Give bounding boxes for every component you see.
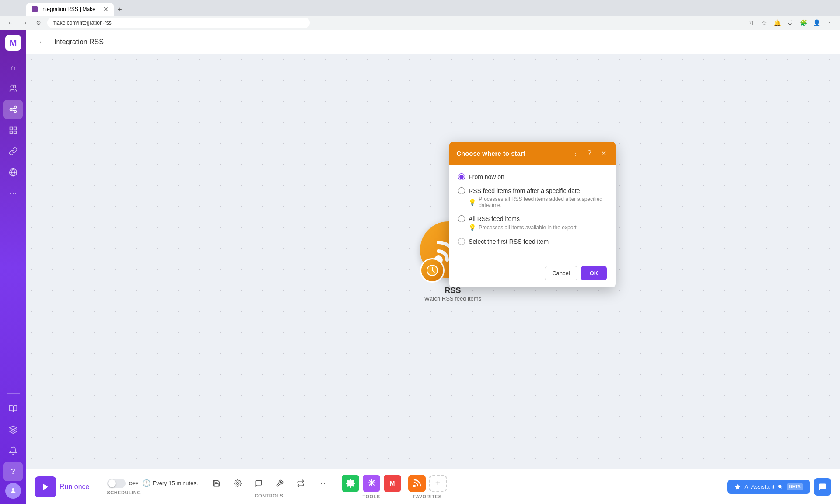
sidebar-item-help[interactable]: ? — [4, 462, 23, 481]
radio-all-items[interactable] — [458, 215, 465, 222]
top-bar: ← Integration RSS — [26, 30, 840, 54]
bookmark-icon[interactable]: ☆ — [759, 18, 769, 28]
sidebar-item-global[interactable] — [4, 163, 23, 182]
translate-icon[interactable]: ⊡ — [746, 18, 756, 28]
reload-button[interactable]: ↻ — [33, 18, 44, 28]
svg-line-5 — [12, 110, 14, 111]
tab-favicon — [32, 6, 38, 12]
sidebar-item-notifications[interactable] — [4, 441, 23, 460]
more-icon-btn[interactable]: ⋯ — [314, 476, 329, 491]
new-tab-button[interactable]: + — [114, 4, 126, 16]
svg-point-18 — [236, 482, 238, 484]
modal-title: Choose where to start — [456, 150, 525, 157]
tools-icons: ✳ M — [342, 475, 401, 492]
address-bar: ← → ↻ ⊡ ☆ 🔔 🛡 🧩 👤 ⋮ — [0, 16, 840, 30]
settings-icon-btn[interactable] — [230, 476, 245, 491]
canvas-area[interactable]: 1 RSS Watch RSS feed items Choose where … — [26, 54, 840, 469]
scheduling-toggle[interactable] — [107, 479, 126, 488]
tool-asterisk-btn[interactable]: ✳ — [363, 475, 380, 492]
browser-tab[interactable]: Integration RSS | Make ✕ — [26, 3, 114, 16]
modal-overlay: Choose where to start ⋮ ? ✕ From no — [26, 54, 840, 469]
modal-header-actions: ⋮ ? ✕ — [570, 148, 609, 158]
svg-point-12 — [12, 488, 14, 491]
hint-text-all-items: Processes all items available in the exp… — [479, 224, 578, 231]
cancel-button[interactable]: Cancel — [545, 266, 577, 280]
modal-footer: Cancel OK — [449, 261, 616, 287]
bottom-toolbar: Run once OFF 🕐 Every 15 minutes. SCHEDUL… — [26, 469, 840, 504]
tab-close-btn[interactable]: ✕ — [103, 6, 108, 13]
radio-row-all-items: All RSS feed items — [458, 215, 607, 222]
sidebar-item-connections[interactable] — [4, 142, 23, 161]
svg-marker-17 — [43, 483, 48, 490]
radio-hint-all-items: 💡 Processes all items available in the e… — [469, 224, 607, 231]
browser-chrome: Integration RSS | Make ✕ + ← → ↻ ⊡ ☆ 🔔 🛡… — [0, 0, 840, 30]
scheduling-time: Every 15 minutes. — [153, 480, 198, 486]
sidebar-bottom: ? — [4, 390, 23, 499]
back-nav-button[interactable]: ← — [5, 18, 16, 28]
extensions-icon[interactable]: 🧩 — [798, 18, 808, 28]
hint-bulb-icon-2: 💡 — [469, 224, 476, 231]
hint-text-specific-date: Processes all RSS feed items added after… — [479, 196, 607, 208]
add-favorite-btn[interactable]: + — [429, 475, 447, 492]
arrows-icon-btn[interactable] — [293, 476, 308, 491]
radio-specific-date[interactable] — [458, 187, 465, 194]
forward-nav-button[interactable]: → — [19, 18, 30, 28]
sidebar-item-docs[interactable] — [4, 399, 23, 418]
menu-icon[interactable]: ⋮ — [824, 18, 835, 28]
radio-first-item[interactable] — [458, 238, 465, 245]
radio-option-all-items: All RSS feed items 💡 Processes all items… — [458, 215, 607, 231]
save-icon-btn[interactable] — [209, 476, 224, 491]
modal-body: From now on RSS feed items from after a … — [449, 164, 616, 261]
sidebar-logo[interactable]: M — [5, 35, 21, 51]
sidebar-divider — [7, 393, 20, 394]
radio-label-first-item: Select the first RSS feed item — [469, 238, 549, 245]
favorites-section: + FAVORITES — [408, 475, 447, 499]
comment-icon-btn[interactable] — [251, 476, 266, 491]
tool-rss-btn[interactable] — [408, 475, 426, 492]
profile-icon[interactable]: 🔔 — [772, 18, 782, 28]
shield-icon[interactable]: 🛡 — [785, 18, 795, 28]
radio-hint-specific-date: 💡 Processes all RSS feed items added aft… — [469, 196, 607, 208]
modal-help-icon[interactable]: ? — [584, 148, 595, 158]
svg-rect-9 — [14, 131, 17, 134]
address-input[interactable] — [47, 18, 310, 28]
browser-actions: ⊡ ☆ 🔔 🛡 🧩 👤 ⋮ — [746, 18, 835, 28]
radio-label-from-now: From now on — [469, 173, 504, 180]
ok-button[interactable]: OK — [581, 266, 607, 280]
svg-point-20 — [413, 485, 416, 487]
run-once-label: Run once — [60, 483, 90, 491]
sidebar-item-team[interactable] — [4, 79, 23, 98]
modal-more-icon[interactable]: ⋮ — [570, 148, 581, 158]
app-container: M ⌂ ⋯ ? — [0, 30, 840, 504]
svg-line-4 — [12, 108, 14, 109]
toggle-off-label: OFF — [129, 481, 139, 486]
svg-rect-8 — [10, 131, 13, 134]
radio-option-first-item: Select the first RSS feed item — [458, 238, 607, 245]
sidebar-item-more[interactable]: ⋯ — [4, 184, 23, 203]
sidebar-item-scenarios[interactable] — [4, 100, 23, 119]
run-once-button[interactable] — [35, 476, 56, 497]
controls-section: ⋯ CONTROLS — [209, 476, 329, 498]
radio-row-specific-date: RSS feed items from after a specific dat… — [458, 187, 607, 194]
radio-row-first-item: Select the first RSS feed item — [458, 238, 607, 245]
sidebar-item-upgrade[interactable] — [4, 420, 23, 439]
sidebar-item-home[interactable]: ⌂ — [4, 58, 23, 77]
tool-red-btn[interactable]: M — [384, 475, 401, 492]
modal-close-icon[interactable]: ✕ — [598, 148, 609, 158]
tab-title: Integration RSS | Make — [41, 6, 95, 12]
svg-rect-7 — [14, 127, 17, 130]
ai-assistant-button[interactable]: AI Assistant BETA — [727, 480, 810, 494]
back-button[interactable]: ← — [35, 35, 49, 49]
svg-point-3 — [14, 111, 17, 113]
sidebar-item-apps[interactable] — [4, 121, 23, 140]
user-avatar[interactable]: 👤 — [811, 18, 822, 28]
svg-point-2 — [14, 106, 17, 108]
sidebar-item-user[interactable] — [5, 483, 21, 499]
chat-button[interactable] — [814, 478, 831, 496]
tools-label: TOOLS — [362, 494, 380, 499]
wrench-icon-btn[interactable] — [272, 476, 287, 491]
radio-option-from-now: From now on — [458, 173, 607, 180]
tool-gear-btn[interactable] — [342, 475, 359, 492]
radio-from-now[interactable] — [458, 173, 465, 180]
controls-icons: ⋯ — [209, 476, 329, 491]
